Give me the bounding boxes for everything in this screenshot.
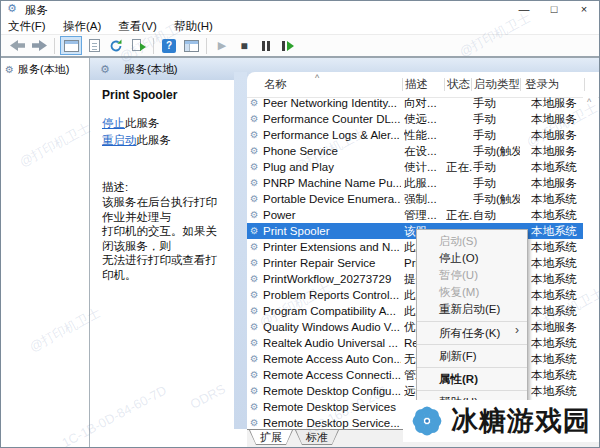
window-title: 服务: [25, 3, 48, 18]
services-gear-icon: ⚙: [7, 2, 17, 15]
services-window: ⚙ 服务 — □ × 文件(F) 操作(A) 查看(V) 帮助(H): [0, 0, 600, 448]
table-row[interactable]: ⚙ Plug and Play 使计... 正在... 手动 本地系统: [247, 159, 586, 175]
restart-service-link[interactable]: 重启动: [102, 134, 137, 146]
service-logon-as: 本地系统: [531, 239, 584, 255]
service-name: PNRP Machine Name Pu...: [263, 175, 401, 191]
stop-service-link[interactable]: 停止: [102, 117, 125, 129]
sort-ascending-icon: ^: [315, 73, 319, 83]
document-icon: [89, 39, 100, 52]
context-menu-item[interactable]: 刷新(F): [417, 344, 527, 364]
service-description: 管理...: [404, 207, 444, 223]
toggle-tree-button[interactable]: [181, 36, 201, 55]
table-row[interactable]: ⚙ Power 管理... 正在... 自动 本地系统: [247, 207, 586, 223]
scroll-up-icon[interactable]: ^: [587, 97, 591, 107]
site-watermark-text: 冰糖游戏园: [451, 403, 591, 439]
toolbar-separator: [153, 38, 154, 54]
tree-item-label: 服务(本地): [18, 62, 69, 77]
table-row[interactable]: ⚙ PNRP Machine Name Pu... 此服... 手动 本地服务: [247, 175, 586, 191]
context-menu-item[interactable]: 重新启动(E): [417, 301, 527, 318]
service-name: Portable Device Enumera...: [263, 191, 401, 207]
table-row[interactable]: ⚙ Performance Logs & Aler... 性能... 手动 本地…: [247, 127, 586, 143]
column-separator: [584, 78, 585, 91]
help-button[interactable]: ?: [159, 36, 179, 55]
menu-view[interactable]: 查看(V): [111, 19, 163, 34]
console-tree-panel: ⚙ 服务(本地): [1, 58, 89, 447]
context-menu-item[interactable]: 停止(O): [417, 250, 527, 267]
stop-icon: ■: [240, 40, 247, 52]
column-header-status[interactable]: 状态: [447, 77, 470, 92]
service-description: 此服...: [404, 175, 444, 191]
vertical-scrollbar[interactable]: ^: [583, 95, 598, 431]
service-name: Remote Desktop Services: [263, 399, 401, 415]
context-menu-item[interactable]: 恢复(M): [417, 284, 527, 301]
service-logon-as: 本地系统: [531, 271, 584, 287]
menu-item-label: 刷新(F): [439, 350, 477, 362]
menu-file[interactable]: 文件(F): [1, 19, 53, 34]
close-button[interactable]: ×: [569, 1, 599, 19]
menu-item-label: 启动(S): [439, 235, 477, 247]
service-name: Problem Reports Control...: [263, 287, 401, 303]
restart-service-button[interactable]: [278, 36, 298, 55]
export-icon: [132, 39, 144, 52]
service-description: 在设...: [404, 143, 444, 159]
link-suffix: 此服务: [137, 134, 172, 146]
service-logon-as: 本地系统: [531, 303, 584, 319]
tab-standard[interactable]: 标准: [295, 430, 339, 445]
tab-extended[interactable]: 扩展: [249, 430, 293, 445]
tree-item-services-local[interactable]: ⚙ 服务(本地): [1, 58, 89, 77]
console-window-icon: [64, 40, 79, 52]
context-menu-item[interactable]: 启动(S): [417, 233, 527, 250]
maximize-button[interactable]: □: [539, 1, 569, 19]
service-name: Phone Service: [263, 143, 401, 159]
service-startup-type: 手动(触发...: [473, 143, 520, 159]
submenu-arrow-icon: ›: [515, 322, 519, 339]
tab-standard-label: 标准: [296, 430, 338, 444]
forward-button[interactable]: [29, 36, 49, 55]
stop-service-button[interactable]: ■: [234, 36, 254, 55]
stop-service-line: 停止此服务: [102, 116, 228, 131]
table-row[interactable]: ⚙ Phone Service 在设... 手动(触发... 本地服务: [247, 143, 586, 159]
service-name: Remote Desktop Configu...: [263, 383, 401, 399]
service-name: Peer Networking Identity...: [263, 95, 401, 111]
column-header-logon-as[interactable]: 登录为: [525, 77, 560, 92]
link-suffix: 此服务: [125, 117, 160, 129]
service-name: Performance Counter DL...: [263, 111, 401, 127]
context-menu-item[interactable]: 属性(R): [417, 367, 527, 387]
back-button[interactable]: [7, 36, 27, 55]
description-line: 该服务在后台执行打印作业并处理与: [102, 195, 228, 224]
service-gear-icon: ⚙: [250, 191, 259, 207]
column-separator: [471, 78, 472, 91]
properties-doc-button[interactable]: [84, 36, 104, 55]
service-gear-icon: ⚙: [250, 223, 259, 239]
description-label: 描述:: [102, 180, 228, 195]
minimize-button[interactable]: —: [509, 1, 539, 19]
column-header-name[interactable]: 名称: [264, 77, 287, 92]
service-gear-icon: ⚙: [250, 175, 259, 191]
table-row[interactable]: ⚙ Performance Counter DL... 使远... 手动 本地服…: [247, 111, 586, 127]
column-header-startup-type[interactable]: 启动类型: [474, 77, 520, 92]
description-line: 无法进行打印或查看打印机。: [102, 253, 228, 282]
description-text: 该服务在后台执行打印作业并处理与 打印机的交互。如果关闭该服务，则 无法进行打印…: [102, 195, 228, 282]
menu-action[interactable]: 操作(A): [56, 19, 108, 34]
export-list-button[interactable]: [128, 36, 148, 55]
service-name: Performance Logs & Aler...: [263, 127, 401, 143]
service-logon-as: 本地系统: [531, 223, 584, 239]
service-description: 使计...: [404, 159, 444, 175]
context-menu-item[interactable]: 所有任务(K) ›: [417, 321, 527, 341]
menu-help[interactable]: 帮助(H): [167, 19, 220, 34]
service-gear-icon: ⚙: [250, 255, 259, 271]
table-row[interactable]: ⚙ Portable Device Enumera... 强制... 手动(触发…: [247, 191, 586, 207]
service-status: 正在...: [446, 207, 472, 223]
service-name: Remote Access Auto Con...: [263, 351, 401, 367]
table-row[interactable]: ⚙ Peer Networking Identity... 向对... 手动 本…: [247, 95, 586, 111]
pause-service-button[interactable]: [256, 36, 276, 55]
service-description: 强制...: [404, 191, 444, 207]
selected-service-title: Print Spooler: [102, 88, 228, 102]
column-header-description[interactable]: 描述: [405, 77, 428, 92]
title-bar: ⚙ 服务 — □ ×: [1, 1, 599, 19]
context-menu-item[interactable]: 暂停(U): [417, 267, 527, 284]
refresh-button[interactable]: [106, 36, 126, 55]
column-separator: [444, 78, 445, 91]
show-console-button[interactable]: [60, 36, 82, 55]
start-service-button[interactable]: ▶: [212, 36, 232, 55]
